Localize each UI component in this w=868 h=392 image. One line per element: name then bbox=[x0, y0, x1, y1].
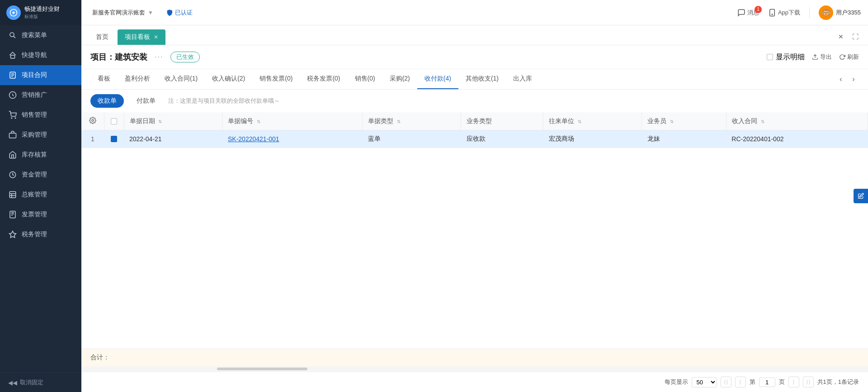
sub-tab-nav: ‹ › bbox=[835, 74, 859, 85]
verified-badge: 已认证 bbox=[166, 9, 193, 17]
table-row[interactable]: 1 2022-04-21 SK-20220421-001 蓝单 应收款 宏茂商场… bbox=[81, 130, 868, 148]
cell-number[interactable]: SK-20220421-001 bbox=[222, 130, 363, 148]
last-page-btn[interactable]: ⟩⟩ bbox=[803, 377, 814, 387]
display-detail-toggle[interactable]: 显示明细 bbox=[767, 53, 805, 62]
settings-icon bbox=[89, 117, 96, 124]
scroll-thumb[interactable] bbox=[217, 368, 307, 370]
sub-tab-prev-btn[interactable]: ‹ bbox=[835, 74, 846, 85]
shield-icon bbox=[166, 9, 173, 16]
cell-contract: RC-20220401-002 bbox=[726, 130, 868, 148]
sort-icon: ⇅ bbox=[670, 119, 674, 124]
display-detail-checkbox[interactable] bbox=[767, 54, 773, 60]
messages-badge: 1 bbox=[755, 6, 762, 13]
subtab-tax-invoice[interactable]: 税务发票(0) bbox=[300, 69, 347, 89]
row-checkbox[interactable] bbox=[111, 136, 117, 142]
page-suffix: 页 bbox=[779, 378, 785, 386]
fab-right-button[interactable] bbox=[854, 189, 868, 203]
subtab-kanban[interactable]: 看板 bbox=[90, 69, 118, 89]
refresh-icon bbox=[839, 54, 845, 60]
col-business-type: 业务类型 bbox=[461, 112, 543, 130]
col-salesperson[interactable]: 业务员 ⇅ bbox=[642, 112, 726, 130]
project-more-button[interactable]: ··· bbox=[155, 53, 163, 61]
page-input[interactable] bbox=[759, 378, 775, 387]
subtab-income-confirm[interactable]: 收入确认(2) bbox=[205, 69, 252, 89]
sidebar-item-tax[interactable]: 税务管理 bbox=[0, 225, 81, 244]
subtab-other[interactable]: 其他收支(1) bbox=[458, 69, 506, 89]
tab-project-board[interactable]: 项目看板 ✕ bbox=[118, 29, 165, 45]
sidebar-item-invoice[interactable]: 发票管理 bbox=[0, 205, 81, 225]
project-label: 项目： bbox=[90, 52, 115, 62]
refresh-label: 刷新 bbox=[847, 53, 859, 61]
export-button[interactable]: 导出 bbox=[812, 53, 832, 61]
cell-checkbox[interactable] bbox=[104, 130, 124, 148]
content-area: 项目： 建筑安装 ··· 已生效 显示明细 导出 刷新 看 bbox=[81, 45, 868, 392]
message-icon bbox=[737, 9, 745, 17]
cell-index: 1 bbox=[81, 130, 104, 148]
subtab-income-contract[interactable]: 收入合同(1) bbox=[157, 69, 205, 89]
per-page-select[interactable]: 10 20 50 100 bbox=[692, 377, 717, 387]
sidebar-item-search[interactable]: 搜索菜单 bbox=[0, 25, 81, 45]
project-header: 项目： 建筑安装 ··· 已生效 显示明细 导出 刷新 bbox=[81, 45, 868, 69]
sidebar-item-ledger[interactable]: 总账管理 bbox=[0, 185, 81, 205]
col-gear[interactable] bbox=[81, 112, 104, 130]
ledger-icon bbox=[8, 190, 17, 199]
tab-home[interactable]: 首页 bbox=[89, 29, 116, 45]
export-label: 导出 bbox=[820, 53, 832, 61]
record-number-link[interactable]: SK-20220421-001 bbox=[228, 135, 279, 143]
app-download-button[interactable]: App下载 bbox=[768, 9, 800, 17]
tab-expand-button[interactable]: ⛶ bbox=[850, 31, 861, 42]
finance-icon bbox=[8, 170, 17, 179]
subtab-payment[interactable]: 收付款(4) bbox=[417, 69, 458, 89]
sidebar-item-marketing[interactable]: 营销推广 bbox=[0, 85, 81, 105]
sidebar-item-inventory[interactable]: 库存核算 bbox=[0, 145, 81, 165]
display-detail-label: 显示明细 bbox=[776, 53, 805, 62]
cell-business-type: 应收款 bbox=[461, 130, 543, 148]
account-selector[interactable]: 新服务官网演示账套 ▼ bbox=[89, 7, 157, 19]
sidebar-cancel-fixed[interactable]: ◀◀ 取消固定 bbox=[0, 373, 81, 392]
subtab-profit[interactable]: 盈利分析 bbox=[118, 69, 157, 89]
messages-button[interactable]: 消息 1 bbox=[737, 9, 759, 17]
tab-close-button[interactable]: ✕ bbox=[835, 31, 846, 42]
tax-icon bbox=[8, 230, 17, 239]
payments-filter-btn[interactable]: 付款单 bbox=[129, 94, 163, 108]
receipts-filter-btn[interactable]: 收款单 bbox=[90, 94, 124, 108]
sidebar-label-project: 项目合同 bbox=[22, 71, 47, 79]
total-label: 合计： bbox=[90, 354, 109, 361]
subtab-sales-invoice[interactable]: 销售发票(0) bbox=[252, 69, 300, 89]
next-page-btn[interactable]: ⟩ bbox=[788, 377, 799, 387]
marketing-icon bbox=[8, 91, 17, 100]
prev-page-btn[interactable]: ⟨ bbox=[735, 377, 746, 387]
sub-tab-next-btn[interactable]: › bbox=[848, 74, 859, 85]
sidebar-item-project[interactable]: 项目合同 bbox=[0, 65, 81, 85]
sort-icon: ⇅ bbox=[397, 119, 401, 124]
sales-icon bbox=[8, 110, 17, 120]
user-info[interactable]: 🐵 用户3355 bbox=[819, 5, 861, 20]
col-number[interactable]: 单据编号 ⇅ bbox=[222, 112, 363, 130]
subtab-sales[interactable]: 销售(0) bbox=[348, 69, 382, 89]
sidebar-label-tax: 税务管理 bbox=[22, 230, 47, 239]
sidebar-item-purchase[interactable]: 采购管理 bbox=[0, 125, 81, 145]
subtab-inout[interactable]: 出入库 bbox=[506, 69, 539, 89]
select-all-checkbox[interactable] bbox=[111, 118, 117, 124]
app-name: 畅捷通好业财 bbox=[24, 5, 60, 13]
col-checkbox[interactable] bbox=[104, 112, 124, 130]
col-type[interactable]: 单据类型 ⇅ bbox=[363, 112, 461, 130]
sidebar: 畅捷通好业财 标准版 搜索菜单 快捷导航 项目合同 营销推广 bbox=[0, 0, 81, 392]
sidebar-item-sales[interactable]: 销售管理 bbox=[0, 105, 81, 125]
tab-close-icon[interactable]: ✕ bbox=[154, 34, 158, 40]
sidebar-item-finance[interactable]: 资金管理 bbox=[0, 165, 81, 185]
col-date[interactable]: 单据日期 ⇅ bbox=[124, 112, 222, 130]
first-page-btn[interactable]: ⟨⟨ bbox=[721, 377, 731, 387]
export-icon bbox=[812, 54, 818, 60]
contract-icon bbox=[8, 71, 17, 80]
sort-icon: ⇅ bbox=[257, 119, 260, 124]
tab-controls: ✕ ⛶ bbox=[835, 31, 861, 45]
account-name: 新服务官网演示账套 bbox=[92, 9, 145, 17]
chevron-down-icon: ▼ bbox=[148, 10, 153, 16]
subtab-purchase[interactable]: 采购(2) bbox=[382, 69, 417, 89]
refresh-button[interactable]: 刷新 bbox=[839, 53, 859, 61]
sidebar-item-nav[interactable]: 快捷导航 bbox=[0, 45, 81, 65]
filter-row: 收款单 付款单 注：这里是与项目关联的全部收付款单哦～ bbox=[81, 90, 868, 112]
col-contract[interactable]: 收入合同 ⇅ bbox=[726, 112, 868, 130]
col-partner[interactable]: 往来单位 ⇅ bbox=[543, 112, 642, 130]
